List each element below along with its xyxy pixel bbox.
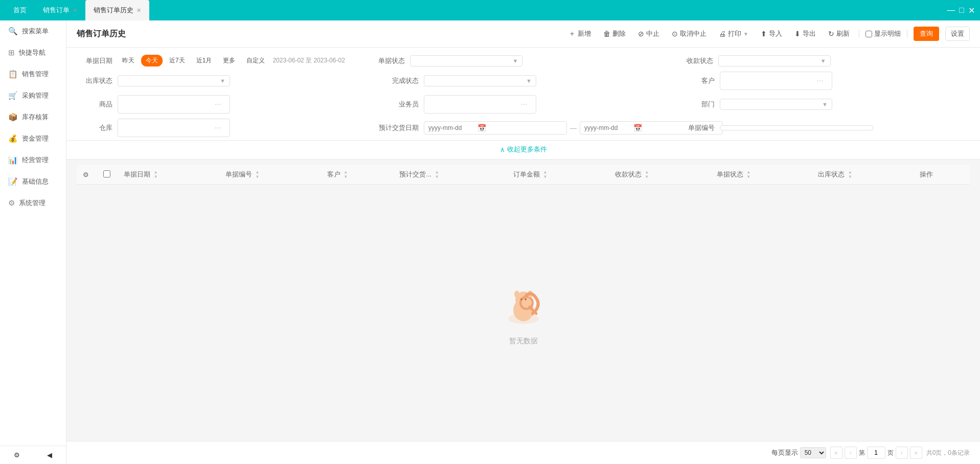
close-tab-history[interactable]: ✕ bbox=[136, 7, 141, 14]
refresh-button[interactable]: ↻ 刷新 bbox=[825, 27, 853, 40]
date-btn-yesterday[interactable]: 昨天 bbox=[118, 55, 139, 67]
sidebar-item-inventory[interactable]: 📦 库存核算 bbox=[0, 106, 66, 128]
stop-button[interactable]: ⊘ 中止 bbox=[635, 27, 663, 40]
import-button[interactable]: ⬆ 导入 bbox=[758, 27, 785, 40]
sidebar-item-search-menu[interactable]: 🔍 搜索菜单 bbox=[0, 20, 66, 42]
th-date: 单据日期 ▲▼ bbox=[118, 165, 219, 185]
cancel-stop-button[interactable]: ⊙ 取消中止 bbox=[669, 27, 710, 40]
minimize-btn[interactable]: — bbox=[947, 6, 955, 15]
customer-input[interactable]: ··· bbox=[720, 72, 832, 90]
goods-input[interactable]: ··· bbox=[118, 95, 230, 114]
print-dropdown-icon: ▼ bbox=[743, 31, 748, 37]
delivery-status-chevron: ▼ bbox=[220, 78, 225, 84]
sort-customer-icon[interactable]: ▲▼ bbox=[344, 170, 348, 179]
display-columns-label: 显示明细 bbox=[874, 29, 901, 38]
date-btn-last1m[interactable]: 近1月 bbox=[192, 55, 217, 67]
sidebar-settings-icon[interactable]: ⚙ bbox=[14, 451, 20, 459]
last-page-btn[interactable]: » bbox=[910, 447, 922, 459]
date-to-field[interactable] bbox=[584, 124, 630, 131]
first-page-btn[interactable]: « bbox=[830, 447, 842, 459]
sort-order-status-icon[interactable]: ▲▼ bbox=[746, 170, 750, 179]
print-button[interactable]: 🖨 打印 ▼ bbox=[716, 27, 751, 40]
calendar-to-icon[interactable]: 📅 bbox=[633, 124, 642, 132]
date-from-input[interactable]: 📅 bbox=[424, 121, 567, 135]
goods-dots-icon[interactable]: ··· bbox=[211, 98, 225, 111]
sort-payment-icon[interactable]: ▲▼ bbox=[645, 170, 649, 179]
sort-number-icon[interactable]: ▲▼ bbox=[255, 170, 259, 179]
order-status-select[interactable]: ▼ bbox=[410, 55, 522, 67]
th-order-status: 单据状态 ▲▼ bbox=[711, 165, 812, 185]
delete-button[interactable]: 🗑 删除 bbox=[600, 27, 629, 40]
sidebar-item-quick-nav[interactable]: ⊞ 快捷导航 bbox=[0, 42, 66, 63]
empty-illustration bbox=[498, 280, 549, 332]
completion-status-select[interactable]: ▼ bbox=[424, 75, 536, 86]
select-all-checkbox[interactable] bbox=[103, 170, 110, 178]
sidebar-collapse-icon[interactable]: ◀ bbox=[47, 451, 52, 459]
prev-page-btn[interactable]: ‹ bbox=[845, 447, 857, 459]
collapse-button[interactable]: ∧ 收起更多条件 bbox=[500, 145, 547, 154]
window-controls: — □ ✕ bbox=[947, 6, 975, 15]
warehouse-input[interactable]: ··· bbox=[118, 119, 230, 137]
add-button[interactable]: ＋ 新增 bbox=[565, 27, 594, 40]
query-button[interactable]: 查询 bbox=[914, 27, 939, 41]
svg-point-7 bbox=[514, 291, 519, 298]
sort-amount-icon[interactable]: ▲▼ bbox=[543, 170, 548, 179]
sidebar-item-ops[interactable]: 📊 经营管理 bbox=[0, 149, 66, 171]
sidebar-bottom: ⚙ ◀ bbox=[0, 446, 66, 464]
page-number-input[interactable] bbox=[867, 447, 885, 459]
window-close-btn[interactable]: ✕ bbox=[968, 6, 975, 15]
export-button[interactable]: ⬇ 导出 bbox=[791, 27, 819, 40]
payment-status-label: 收款状态 bbox=[677, 56, 718, 65]
settings-gear-icon[interactable]: ⚙ bbox=[83, 171, 89, 179]
th-number: 单据编号 ▲▼ bbox=[219, 165, 321, 185]
sort-delivery-status-icon[interactable]: ▲▼ bbox=[848, 170, 852, 179]
date-btn-custom[interactable]: 自定义 bbox=[242, 55, 269, 67]
tab-home-label: 首页 bbox=[13, 6, 27, 15]
display-columns-toggle[interactable]: 显示明细 bbox=[865, 29, 901, 38]
sidebar-label-sys: 系统管理 bbox=[19, 198, 45, 208]
refresh-label: 刷新 bbox=[836, 29, 850, 38]
tab-home[interactable]: 首页 bbox=[5, 0, 35, 20]
salesperson-dots-icon[interactable]: ··· bbox=[517, 98, 532, 111]
salesperson-input[interactable]: ··· bbox=[424, 95, 536, 114]
order-number-label: 单据编号 bbox=[679, 123, 720, 132]
top-bar: 首页 销售订单 ✕ 销售订单历史 ✕ — □ ✕ bbox=[0, 0, 980, 20]
finance-icon: 💰 bbox=[8, 134, 18, 143]
sidebar-item-purchase[interactable]: 🛒 采购管理 bbox=[0, 85, 66, 106]
sidebar-item-base-info[interactable]: 📝 基础信息 bbox=[0, 171, 66, 192]
payment-status-select[interactable]: ▼ bbox=[718, 55, 831, 67]
inventory-icon: 📦 bbox=[8, 113, 18, 122]
order-number-input[interactable] bbox=[720, 125, 873, 130]
collapse-row: ∧ 收起更多条件 bbox=[66, 141, 980, 160]
sidebar-label-ops: 经营管理 bbox=[22, 156, 49, 165]
department-control: ▼ bbox=[720, 99, 970, 110]
sort-delivery-icon[interactable]: ▲▼ bbox=[435, 170, 439, 179]
date-from-field[interactable] bbox=[428, 124, 474, 131]
sidebar-item-sys[interactable]: ⚙ 系统管理 bbox=[0, 192, 66, 214]
maximize-btn[interactable]: □ bbox=[959, 6, 964, 15]
tab-sales-order-history[interactable]: 销售订单历史 ✕ bbox=[85, 0, 149, 20]
stop-icon: ⊘ bbox=[638, 30, 644, 38]
close-tab-sales-order[interactable]: ✕ bbox=[73, 7, 77, 14]
customer-dots-icon[interactable]: ··· bbox=[813, 74, 828, 87]
display-columns-checkbox[interactable] bbox=[865, 31, 872, 37]
empty-state: 暂无数据 bbox=[77, 185, 970, 441]
date-btn-more[interactable]: 更多 bbox=[218, 55, 240, 67]
sort-date-icon[interactable]: ▲▼ bbox=[154, 170, 158, 179]
next-page-btn[interactable]: › bbox=[896, 447, 908, 459]
filter-row-1: 单据日期 昨天 今天 近7天 近1月 更多 自定义 2023-06-02 至 2… bbox=[77, 55, 970, 67]
date-btn-last7[interactable]: 近7天 bbox=[165, 55, 190, 67]
warehouse-dots-icon[interactable]: ··· bbox=[211, 121, 225, 135]
sidebar-item-sales[interactable]: 📋 销售管理 bbox=[0, 63, 66, 85]
date-btn-today[interactable]: 今天 bbox=[141, 55, 163, 67]
order-status-control: ▼ bbox=[410, 55, 662, 67]
calendar-from-icon[interactable]: 📅 bbox=[477, 124, 486, 132]
department-select[interactable]: ▼ bbox=[720, 99, 832, 110]
sidebar-item-finance[interactable]: 💰 资金管理 bbox=[0, 128, 66, 149]
export-icon: ⬇ bbox=[794, 30, 801, 38]
page-size-select[interactable]: 10 20 50 100 bbox=[800, 447, 826, 458]
tab-sales-order[interactable]: 销售订单 ✕ bbox=[35, 0, 85, 20]
delivery-status-select[interactable]: ▼ bbox=[118, 75, 230, 86]
settings-button[interactable]: 设置 bbox=[945, 27, 970, 41]
page-size-label: 每页显示 bbox=[771, 448, 798, 457]
